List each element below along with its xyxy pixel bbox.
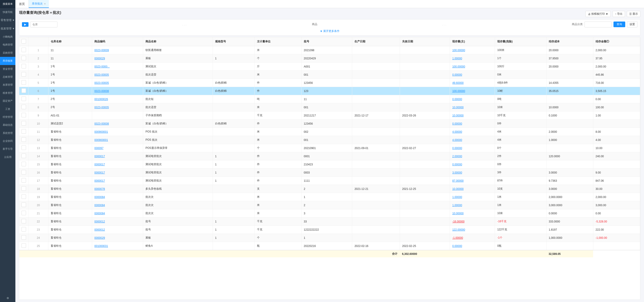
row-code[interactable]: 0023-00008	[92, 120, 143, 128]
sidebar-item-xiaoe[interactable]: 小鹅电商	[0, 33, 16, 41]
settings-gear[interactable]: ⚙	[0, 294, 16, 302]
row-checkbox[interactable]	[19, 152, 28, 161]
row-qty-main[interactable]: 10.00000	[450, 103, 495, 111]
row-code[interactable]: 0000017	[92, 177, 143, 185]
row-checkbox[interactable]	[19, 209, 28, 218]
row-qty-main[interactable]: 1.00000	[450, 201, 495, 209]
row-checkbox[interactable]	[19, 120, 28, 128]
row-code[interactable]: 0000017	[92, 161, 143, 169]
row-code[interactable]: 0000029	[92, 54, 143, 63]
row-code[interactable]: 0023-00005	[92, 71, 143, 79]
row-qty-main[interactable]: 100.00000	[450, 63, 495, 71]
sidebar-item-operations[interactable]: 经营管理	[0, 113, 16, 121]
row-code[interactable]: 0023-00005	[92, 103, 143, 111]
display-button[interactable]: ☰ 显示	[627, 11, 640, 17]
row-qty-main[interactable]: 2.00000	[450, 152, 495, 161]
row-code[interactable]: 001000026	[92, 95, 143, 103]
row-checkbox[interactable]	[19, 103, 28, 111]
row-qty-main[interactable]: -1.00000	[450, 234, 495, 242]
row-code[interactable]: 0023-00009	[92, 46, 143, 54]
row-qty-main[interactable]: 0.00000	[450, 242, 495, 250]
tab-inventory-batch[interactable]: 库存批次 ×	[29, 0, 49, 8]
row-qty-main[interactable]: 4.00000	[450, 136, 495, 144]
sidebar-item-payroll[interactable]: 工资	[0, 105, 16, 113]
row-code[interactable]: 0000084	[92, 193, 143, 201]
row-code[interactable]: 0000078	[92, 185, 143, 193]
sidebar-item-finance[interactable]: 资金管理	[0, 65, 16, 73]
row-code[interactable]: 0000012	[92, 226, 143, 234]
row-checkbox[interactable]	[19, 201, 28, 209]
row-checkbox[interactable]	[19, 177, 28, 185]
row-qty-main[interactable]: 122.00000	[450, 226, 495, 234]
category-select[interactable]	[584, 22, 612, 27]
sidebar-item-retail[interactable]: 零售管理 ▼	[0, 16, 16, 25]
row-code[interactable]: 000900001	[92, 128, 143, 136]
sidebar-item-basic-info[interactable]: 基础信息	[0, 121, 16, 129]
row-checkbox[interactable]	[19, 144, 28, 152]
expand-filter-btn[interactable]: ▶	[22, 22, 28, 27]
sidebar-item-collab[interactable]: 企业协同	[0, 137, 16, 145]
row-qty-main[interactable]: 0.00000	[450, 95, 495, 103]
row-checkbox[interactable]	[19, 95, 28, 103]
sidebar-item-general-ledger[interactable]: 总账管理	[0, 73, 16, 81]
row-code[interactable]: 0000017	[92, 152, 143, 161]
row-qty-main[interactable]: 49.60000	[450, 79, 495, 87]
row-checkbox[interactable]	[19, 226, 28, 234]
row-checkbox[interactable]	[19, 169, 28, 177]
row-qty-main[interactable]: 10.00000	[450, 209, 495, 218]
search-button[interactable]: 查询	[614, 22, 625, 27]
sidebar-item-tax[interactable]: 税务管理	[0, 89, 16, 97]
row-code[interactable]: 001000031	[92, 242, 143, 250]
row-checkbox[interactable]	[19, 111, 28, 120]
row-qty-main[interactable]: 0.00000	[450, 144, 495, 152]
row-code[interactable]: 0000017	[92, 169, 143, 177]
row-checkbox[interactable]	[19, 63, 28, 71]
row-checkbox[interactable]	[19, 218, 28, 226]
row-code[interactable]: 0000012	[92, 218, 143, 226]
row-checkbox[interactable]	[19, 242, 28, 250]
row-checkbox[interactable]	[19, 54, 28, 63]
row-code[interactable]: 0023-0000...	[92, 63, 143, 71]
row-checkbox[interactable]	[19, 161, 28, 169]
row-qty-main[interactable]: 0.00000	[450, 161, 495, 169]
row-checkbox[interactable]	[19, 46, 28, 54]
row-checkbox[interactable]	[19, 79, 28, 87]
export-button[interactable]: ↑ 导出	[612, 11, 625, 17]
sidebar-logo[interactable]: 搜索菜单	[0, 0, 16, 8]
row-code[interactable]: 0023-00005	[92, 79, 143, 87]
row-code[interactable]: 000900001	[92, 136, 143, 144]
row-code[interactable]: 0000084	[92, 209, 143, 218]
row-qty-main[interactable]: 1.00000	[450, 193, 495, 201]
row-code[interactable]: 0000029	[92, 234, 143, 242]
row-code[interactable]	[92, 111, 143, 120]
row-qty-main[interactable]: 1.00000	[450, 54, 495, 63]
row-code[interactable]: 0000084	[92, 201, 143, 209]
sidebar-item-ecommerce[interactable]: 电商管理	[0, 41, 16, 49]
row-qty-main[interactable]: 100.00000	[450, 87, 495, 95]
row-checkbox[interactable]	[19, 185, 28, 193]
sidebar-item-purchase[interactable]: 采购管理	[0, 49, 16, 57]
row-qty-main[interactable]: 4.00000	[450, 128, 495, 136]
tab-close-icon[interactable]: ×	[44, 2, 46, 6]
warehouse-input[interactable]	[30, 22, 58, 27]
sidebar-item-quicknav[interactable]: 快捷导航	[0, 8, 16, 16]
row-qty-main[interactable]: -16.00000	[450, 218, 495, 226]
row-qty-main[interactable]: 10.00000	[450, 185, 495, 193]
row-checkbox[interactable]	[19, 128, 28, 136]
print-button[interactable]: 🖨 按模板打印 ▼	[586, 11, 611, 17]
sidebar-item-system[interactable]: 系统管理	[0, 129, 16, 137]
row-qty-main[interactable]: 3.00000	[450, 169, 495, 177]
row-qty-main[interactable]: 100.00000	[450, 46, 495, 54]
select-all-checkbox[interactable]	[22, 39, 26, 44]
row-qty-main[interactable]: 0.00000	[450, 120, 495, 128]
row-checkbox[interactable]	[19, 193, 28, 201]
row-checkbox[interactable]	[19, 71, 28, 79]
sidebar-item-fixed-assets[interactable]: 固定资产	[0, 97, 16, 105]
row-qty-main[interactable]: 87.00000	[450, 177, 495, 185]
row-qty-main[interactable]: 0.00000	[450, 71, 495, 79]
tab-home[interactable]: 首页	[16, 0, 29, 8]
row-checkbox[interactable]	[19, 87, 28, 95]
row-checkbox[interactable]	[19, 136, 28, 144]
sidebar-item-cloud[interactable]: 云应用	[0, 153, 16, 161]
expand-more-conditions[interactable]: ▼ 展开更多条件	[22, 29, 638, 34]
